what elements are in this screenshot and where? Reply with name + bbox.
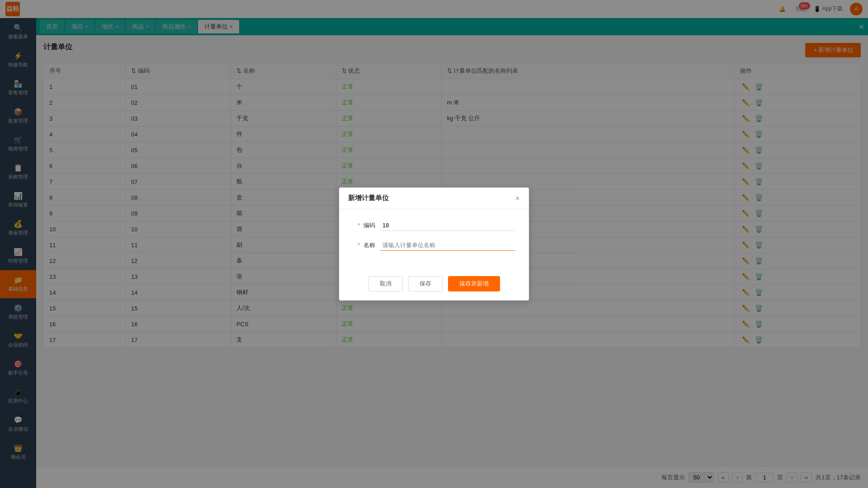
required-mark-name: * xyxy=(358,242,360,249)
form-name-label: * 名称 xyxy=(353,241,380,249)
add-measure-unit-modal: 新增计量单位 × * 编码 * 名称 xyxy=(339,188,529,300)
name-input[interactable] xyxy=(380,240,515,251)
cancel-button[interactable]: 取消 xyxy=(368,276,403,291)
modal-footer: 取消 保存 保存并新增 xyxy=(339,271,529,300)
app-wrapper: 益蛙 🔔 99+ 消息 📱 App下载 A 🔍 搜索菜单 xyxy=(0,0,868,488)
modal-title: 新增计量单位 xyxy=(348,194,389,202)
form-row-name: * 名称 xyxy=(353,240,515,251)
save-button[interactable]: 保存 xyxy=(408,276,443,291)
code-input[interactable] xyxy=(380,220,515,231)
form-row-code: * 编码 xyxy=(353,220,515,231)
modal-header: 新增计量单位 × xyxy=(339,188,529,209)
modal-body: * 编码 * 名称 xyxy=(339,209,529,271)
required-mark: * xyxy=(358,222,360,229)
modal-close-button[interactable]: × xyxy=(515,194,520,202)
modal-overlay[interactable]: 新增计量单位 × * 编码 * 名称 xyxy=(0,0,868,488)
save-and-new-button[interactable]: 保存并新增 xyxy=(448,276,500,291)
form-code-label: * 编码 xyxy=(353,221,380,230)
